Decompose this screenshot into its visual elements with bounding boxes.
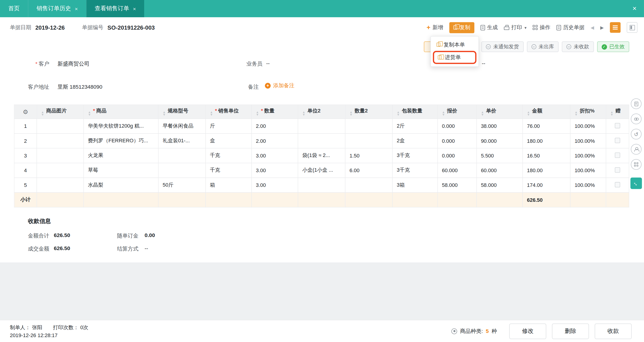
sort-icon[interactable] [302,112,306,116]
cell-qty: 2.00 [252,134,298,148]
add-button[interactable]: + 新增 [427,24,443,31]
tab-close-icon[interactable]: × [133,5,136,12]
actions-button[interactable]: 操作 [533,24,550,31]
col-header-unit2[interactable]: 单位2 [298,105,345,119]
col-header-gift[interactable]: 赠 [606,105,629,119]
menu-item-copy-current[interactable]: 复制本单 [431,38,478,50]
sort-icon[interactable] [256,112,259,116]
delete-button[interactable]: 删除 [552,323,589,339]
cell-unit2: 袋(1袋 ≈ 2... [298,148,345,163]
gift-checkbox[interactable] [615,167,620,172]
col-header-qty2[interactable]: 数量2 [345,105,392,119]
cell-unit: 斤 [206,119,252,134]
cell-price: 58.000 [477,178,523,192]
contact-button[interactable] [631,144,642,155]
cell-amount: 174.00 [523,178,570,192]
sort-icon[interactable] [527,112,530,116]
table-row[interactable]: 2 费列罗（FERRERO）巧... 礼盒装01-... 盒 2.00 2盒 0… [14,134,629,148]
amount-total-label: 金额合计 [28,232,49,240]
table-row[interactable]: 1 华美华夫软饼1200g 糕... 早餐休闲食品 斤 2.00 2斤 0.00… [14,119,629,134]
list-view-toggle[interactable] [610,22,621,33]
apps-button[interactable] [631,159,642,170]
tab-bar: 首页 销售订单历史 × 查看销售订单 × × [0,0,644,17]
menu-item-purchase-order[interactable]: 进货单 [434,52,475,63]
footer-meta: 制单人： 张阳 打印次数： 0次 2019-12-26 12:28:17 [10,324,88,338]
tab-sales-order-history[interactable]: 销售订单历史 × [28,0,86,17]
sort-icon[interactable] [610,112,614,116]
toolbar: + 新增 复制 生成 打印 ▾ 操作 [427,22,638,33]
cell-spec: 礼盒装01-... [158,134,206,148]
col-header-pack-qty[interactable]: 包装数量 [392,105,438,119]
link-tool-button[interactable] [631,114,642,124]
print-count-value: 0次 [80,324,88,331]
sort-icon[interactable] [574,112,578,116]
fullscreen-button[interactable]: ↔ [630,177,642,189]
expand-icon: ↔ [632,179,640,187]
col-header-product[interactable]: *商品 [84,105,158,119]
product-types-summary: 商品种类: 5 种 [452,327,497,335]
status-badges: 未通知发货 未出库 未收款 ✓ 已生效 [481,41,629,52]
sort-icon[interactable] [88,112,91,116]
sort-icon[interactable] [163,112,166,116]
col-header-spec[interactable]: 规格型号 [158,105,206,119]
chevron-left-icon[interactable]: ◀ [591,25,594,30]
sort-icon[interactable] [210,112,213,116]
receive-payment-button[interactable]: 收款 [595,323,632,339]
history-button[interactable]: 历史单据 [556,24,585,31]
table-row[interactable]: 4 草莓 千克 3.00 小盒(1小盒 ... 6.00 3千克 60.000 … [14,163,629,178]
tab-view-sales-order[interactable]: 查看销售订单 × [86,0,144,17]
table-row[interactable]: 5 水晶梨 50斤 箱 3.00 3箱 58.000 58.000 174.00… [14,178,629,192]
chevron-right-icon[interactable]: ▶ [600,25,604,30]
sort-icon[interactable] [481,112,484,116]
gift-checkbox[interactable] [615,138,620,143]
copy-icon [438,55,442,59]
customer-value[interactable]: 新盛商贸公司 [58,60,90,68]
cell-pack: 3千克 [392,163,438,178]
gift-checkbox[interactable] [615,152,620,158]
col-header-discount[interactable]: 折扣% [570,105,606,119]
copy-icon [436,42,440,47]
add-remark-link[interactable]: + 添加备注 [265,82,295,90]
gift-checkbox[interactable] [615,182,620,187]
cell-amount: 180.00 [523,134,570,148]
product-types-label: 商品种类: [460,327,483,335]
cell-discount: 100.00% [570,148,606,163]
address-value: 里斯 18512348090 [58,83,102,91]
cell-discount: 100.00% [570,134,606,148]
col-header-qty[interactable]: *数量 [252,105,298,119]
remark-label: 备注 [248,83,259,91]
card-view-toggle[interactable] [627,22,638,33]
chevron-down-icon[interactable]: ▾ [524,25,527,30]
table-row[interactable]: 3 火龙果 千克 3.00 袋(1袋 ≈ 2... 1.50 3千克 0.000… [14,148,629,163]
sort-icon[interactable] [41,112,44,116]
cell-spec [158,148,206,163]
sort-icon[interactable] [350,112,352,116]
deposit-label: 随单订金 [117,232,138,240]
cell-gift [606,148,629,163]
sort-icon[interactable] [442,112,445,116]
tab-close-icon[interactable]: × [75,5,78,12]
tab-home[interactable]: 首页 [0,0,28,17]
generate-button[interactable]: 生成 [480,24,498,31]
col-header-unit[interactable]: *销售单位 [206,105,252,119]
cell-no: 2 [14,134,37,148]
refresh-button[interactable]: ↺ [631,129,642,140]
col-header-amount[interactable]: 金额 [523,105,570,119]
copy-button[interactable]: 复制 [449,22,474,33]
cell-spec: 早餐休闲食品 [158,119,206,134]
cell-amount: 16.50 [523,148,570,163]
edit-button[interactable]: 修改 [509,323,546,339]
cell-unit: 箱 [206,178,252,192]
sort-icon[interactable] [397,112,400,116]
print-button[interactable]: 打印 ▾ [504,24,527,31]
gift-checkbox[interactable] [615,123,620,128]
tab-label: 首页 [8,5,20,12]
close-icon[interactable]: × [625,0,644,17]
refresh-icon: ↺ [634,131,638,137]
column-settings-icon[interactable]: ⚙ [23,108,28,115]
cell-pack: 3千克 [392,148,438,163]
col-header-image[interactable]: 商品图片 [37,105,84,119]
form-tool-button[interactable] [631,98,642,109]
col-header-quote[interactable]: 报价 [438,105,477,119]
col-header-price[interactable]: 单价 [477,105,523,119]
